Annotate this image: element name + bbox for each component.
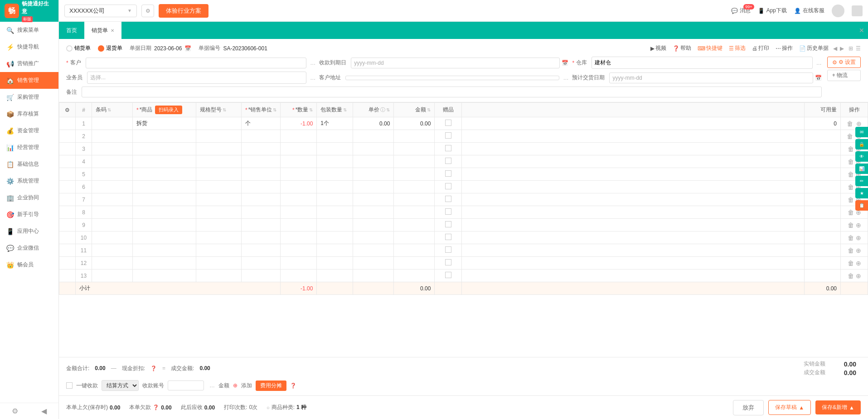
sidebar-item-member[interactable]: 👑 畅会员 [0,256,58,273]
float-btn-7[interactable]: 📋 [855,200,868,211]
table-container: ⚙ # 条码 ⇅ * *商品 [59,102,868,395]
sidebar-item-apps[interactable]: 📱 应用中心 [0,223,58,240]
expense-split-btn[interactable]: 费用分摊 [256,380,286,391]
sidebar-item-inventory[interactable]: 📦 库存核算 [0,106,58,122]
history-icon: 📄 [799,45,806,52]
app-download-btn[interactable]: 📱 App下载 [758,7,787,14]
scan-btn[interactable]: 扫码录入 [155,106,182,114]
delete-row-icon[interactable]: 🗑 [847,120,853,127]
table-header: ⚙ # 条码 ⇅ * *商品 [59,103,868,117]
print-btn[interactable]: 🖨 打印 [750,43,771,53]
trial-button[interactable]: 体验行业方案 [159,4,209,18]
sidebar-item-business[interactable]: 📊 经营管理 [0,139,58,156]
tab-home[interactable]: 首页 [59,22,84,39]
shortcut-icon: ⌨ [698,45,705,52]
settings-gear-btn[interactable]: ⚙ [141,5,154,17]
shortcut-btn[interactable]: ⌨ 快捷键 [696,43,724,53]
float-btn-3[interactable]: 👁 [855,151,868,162]
float-btn-5[interactable]: ✏ [855,176,868,186]
notes-input[interactable] [82,87,822,97]
payment-method-select[interactable]: 结算方式 [102,380,139,391]
sidebar-item-finance[interactable]: 💰 资金管理 [0,122,58,139]
warehouse-input[interactable]: 建材仓 [592,57,813,69]
add-payment-icon[interactable]: ⊕ [233,382,238,389]
copy-row-icon[interactable]: ⊕ [856,120,862,127]
account-more-icon[interactable]: … [209,382,215,389]
right-float-panel: ✉ 🔒 👁 📊 ✏ ★ 📋 [855,127,868,211]
sidebar-item-system[interactable]: ⚙️ 系统管理 [0,173,58,189]
customer-more-icon[interactable]: … [310,60,315,66]
operations-btn[interactable]: ⋯ 操作 [774,43,795,53]
float-btn-2[interactable]: 🔒 [855,139,868,149]
sidebar-item-base[interactable]: 📋 基础信息 [0,156,58,173]
expected-delivery-input[interactable]: yyyy-mm-dd [609,72,813,83]
salesperson-input[interactable]: 选择... [87,72,306,84]
warehouse-more-icon[interactable]: … [816,60,822,66]
salesperson-more-icon[interactable]: … [310,75,315,81]
float-btn-6[interactable]: ★ [855,188,868,198]
sidebar-item-search[interactable]: 🔍 搜索菜单 [0,22,58,39]
sidebar-collapse-btn[interactable]: ◀ [41,407,47,415]
next-record-icon[interactable]: ▶ [840,45,844,52]
inventory-icon: 📦 [6,111,14,118]
footer-bar: 本单上欠(保存时) 0.00 本单欠款 ❓ 0.00 此后应收 0.00 打印次… [59,395,868,419]
history-btn[interactable]: 📄 历史单据 [797,43,830,53]
sidebar-item-sales[interactable]: 🏠 销售管理 [0,72,58,89]
form-settings-btn[interactable]: ⚙ ⚙ 设置 [827,57,861,68]
sidebar-item-purchase[interactable]: 🛒 采购管理 [0,89,58,106]
form-logistics-btn[interactable]: + 物流 [827,70,861,81]
float-btn-4[interactable]: 📊 [855,164,868,174]
save-new-button[interactable]: 保存&新增 ▲ [815,400,861,414]
col-gift-header: 赠品 [435,103,462,117]
sidebar-item-marketing[interactable]: 📢 营销推广 [0,55,58,72]
radio-return[interactable]: 退货单 [98,44,122,52]
list-view-icon[interactable]: ☰ [856,45,861,52]
sidebar-item-enterprise[interactable]: 🏢 企业协同 [0,189,58,206]
payment-date-calendar-icon[interactable]: 📅 [562,60,568,66]
float-btn-1[interactable]: ✉ [855,127,868,137]
prev-record-icon[interactable]: ◀ [833,45,837,52]
company-selector[interactable]: XXXXXX公司 ▼ [64,5,137,17]
gift-checkbox-1[interactable] [445,120,451,126]
sidebar-item-quick-nav[interactable]: ⚡ 快捷导航 [0,39,58,55]
sidebar-settings-btn[interactable]: ⚙ [12,407,18,415]
owed-info-icon[interactable]: ❓ [153,405,159,410]
save-draft-button[interactable]: 保存草稿 ▲ [768,400,811,415]
user-menu-btn[interactable] [852,5,863,16]
online-service-btn[interactable]: 👤 在线客服 [794,7,824,14]
abandon-button[interactable]: 放弃 [733,400,764,415]
sidebar-item-wechat[interactable]: 💬 企业微信 [0,240,58,256]
pkgqty-sort-icon: ⇅ [343,107,347,112]
help-btn[interactable]: ❓ 帮助 [671,43,693,53]
page-close-btn[interactable]: ✕ [855,27,868,34]
user-avatar[interactable] [832,5,844,17]
tab-sales-bill[interactable]: 销货单 ✕ [84,22,121,39]
discount-info-icon[interactable]: ❓ [150,366,157,371]
messages-btn[interactable]: 💬 消息 99+ [731,7,751,14]
grid-view-icon[interactable]: ⊞ [849,45,853,52]
delete-row-icon[interactable]: 🗑 [847,133,853,140]
video-btn[interactable]: ▶ 视频 [649,43,668,53]
gift-checkbox-2[interactable] [445,132,451,139]
filter-btn[interactable]: ☰ 筛选 [727,43,747,53]
col-settings[interactable]: ⚙ [59,103,76,117]
customer-input[interactable] [86,58,307,68]
payment-date-field: 收款到期日 yyyy-mm-dd 📅 [319,58,568,68]
payment-account-input[interactable] [168,380,204,390]
date-calendar-icon[interactable]: 📅 [184,45,191,52]
salesperson-field: 业务员 选择... … [66,72,315,84]
customer-addr-input[interactable] [345,76,559,80]
one-click-pay-checkbox[interactable] [66,382,73,389]
goods-type-checkbox[interactable]: ○ [267,405,270,410]
price-info-icon[interactable]: ⓘ [380,106,385,113]
payment-date-input[interactable]: yyyy-mm-dd [351,58,560,68]
sidebar-item-guide[interactable]: 🎯 新手引导 [0,206,58,223]
radio-sale[interactable]: 销货单 [66,44,91,52]
addr-more-icon[interactable]: … [563,75,568,81]
tab-close-icon[interactable]: ✕ [111,28,114,33]
delivery-calendar-icon[interactable]: 📅 [815,75,822,81]
expense-info-icon[interactable]: ❓ [290,383,296,389]
table-scroll[interactable]: ⚙ # 条码 ⇅ * *商品 [59,102,868,357]
base-icon: 📋 [6,161,14,168]
bottom-summary: 金额合计: 0.00 — 现金折扣: ❓ = 成交金额: 0.00 实销金额 0… [59,357,868,395]
